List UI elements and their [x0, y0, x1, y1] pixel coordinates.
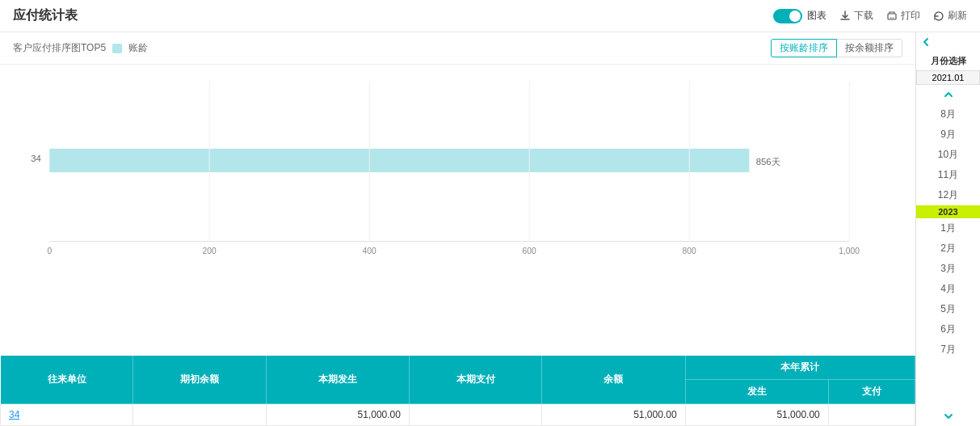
- sidebar-month-8[interactable]: 8月: [916, 104, 980, 124]
- scroll-up-button[interactable]: [916, 85, 980, 104]
- svg-text:1,000: 1,000: [839, 247, 860, 255]
- sidebar-year-input[interactable]: [916, 70, 980, 85]
- refresh-button[interactable]: 刷新: [933, 9, 967, 23]
- legend-dot: [112, 44, 122, 53]
- chart-area: 客户应付排序图TOP5 账龄 按账龄排序 按余额排序 34 856天: [0, 32, 915, 426]
- scroll-down-button[interactable]: [916, 407, 980, 426]
- svg-text:400: 400: [363, 247, 376, 255]
- svg-text:600: 600: [523, 247, 536, 255]
- th-current-occur: 本期发生: [266, 356, 409, 404]
- sidebar-month-5[interactable]: 5月: [916, 299, 980, 319]
- data-table: 往来单位 期初余额 本期发生 本期支付 余额 本年累计 发生 支付: [0, 355, 915, 426]
- table-wrapper: 往来单位 期初余额 本期发生 本期支付 余额 本年累计 发生 支付: [0, 355, 915, 426]
- sort-by-age-button[interactable]: 按账龄排序: [771, 39, 837, 57]
- bar-end-label: 856天: [756, 157, 780, 167]
- bar-rect: [49, 149, 749, 172]
- svg-text:800: 800: [683, 247, 696, 255]
- bar-chart: 34 856天 0 200 400 600 800 1,000: [16, 73, 899, 267]
- table-row: 34 51,000.00 51,000.00 51,000.00: [1, 404, 915, 426]
- chevron-down-icon: [942, 410, 955, 423]
- th-current-pay: 本期支付: [409, 356, 541, 404]
- y-label: 34: [31, 154, 41, 163]
- td-unit[interactable]: 34: [1, 404, 133, 426]
- td-opening: [133, 404, 266, 426]
- print-button[interactable]: 打印: [886, 9, 920, 23]
- download-icon: [839, 11, 851, 22]
- sidebar-month-10[interactable]: 10月: [916, 145, 980, 165]
- sidebar-month-2[interactable]: 2月: [916, 238, 980, 259]
- td-balance: 51,000.00: [542, 404, 685, 426]
- sidebar-month-6[interactable]: 6月: [916, 319, 980, 340]
- td-annual-occur: 51,000.00: [685, 404, 828, 426]
- svg-rect-1: [890, 17, 894, 19]
- sidebar-month-9[interactable]: 9月: [916, 124, 980, 145]
- legend-item: 账龄: [128, 41, 148, 55]
- th-opening: 期初余额: [133, 356, 266, 404]
- th-annual-group: 本年累计: [685, 356, 915, 380]
- sidebar: 月份选择 8月 9月 10月 11月 12月 2023 1月 2月 3月 4月 …: [915, 32, 980, 426]
- sidebar-collapse-button[interactable]: [916, 32, 980, 52]
- main-content: 客户应付排序图TOP5 账龄 按账龄排序 按余额排序 34 856天: [0, 32, 980, 426]
- refresh-label: 刷新: [948, 9, 967, 23]
- chart-toggle-wrap: 图表: [773, 9, 826, 23]
- th-annual-occur: 发生: [685, 380, 828, 404]
- td-annual-pay: [828, 404, 915, 426]
- td-current-occur: 51,000.00: [266, 404, 409, 426]
- print-icon: [886, 11, 898, 22]
- sidebar-month-11[interactable]: 11月: [916, 165, 980, 185]
- year-marker: 2023: [916, 205, 980, 218]
- th-annual-pay: 支付: [828, 380, 915, 404]
- chart-label: 图表: [807, 9, 826, 23]
- th-balance: 余额: [542, 356, 685, 404]
- sidebar-month-3[interactable]: 3月: [916, 259, 980, 279]
- page-title: 应付统计表: [13, 7, 78, 24]
- sidebar-month-list: 8月 9月 10月 11月 12月 2023 1月 2月 3月 4月 5月 6月…: [916, 104, 980, 407]
- svg-text:200: 200: [203, 247, 217, 255]
- legend-label: 客户应付排序图TOP5: [13, 41, 106, 55]
- th-unit: 往来单位: [1, 356, 133, 404]
- download-label: 下载: [854, 9, 873, 23]
- sidebar-month-4[interactable]: 4月: [916, 279, 980, 299]
- sidebar-title: 月份选择: [916, 52, 980, 70]
- download-button[interactable]: 下载: [839, 9, 873, 23]
- td-current-pay: [409, 404, 541, 426]
- header: 应付统计表 图表 下载 打印 刷新: [0, 0, 980, 32]
- sidebar-month-12[interactable]: 12月: [916, 185, 980, 205]
- chart-sort: 按账龄排序 按余额排序: [771, 39, 902, 57]
- chart-legend: 客户应付排序图TOP5 账龄: [13, 41, 148, 55]
- sidebar-month-1[interactable]: 1月: [916, 218, 980, 238]
- chart-toggle[interactable]: [773, 9, 802, 23]
- svg-text:0: 0: [47, 247, 52, 255]
- refresh-icon: [933, 11, 944, 22]
- chevron-up-icon: [942, 88, 955, 101]
- chart-header: 客户应付排序图TOP5 账龄 按账龄排序 按余额排序: [0, 32, 915, 65]
- sidebar-month-7[interactable]: 7月: [916, 340, 980, 360]
- header-actions: 图表 下载 打印 刷新: [773, 9, 967, 23]
- chevron-left-icon: [919, 36, 932, 49]
- chart-container: 34 856天 0 200 400 600 800 1,000: [0, 65, 915, 355]
- print-label: 打印: [901, 9, 920, 23]
- sort-by-balance-button[interactable]: 按余额排序: [837, 39, 902, 57]
